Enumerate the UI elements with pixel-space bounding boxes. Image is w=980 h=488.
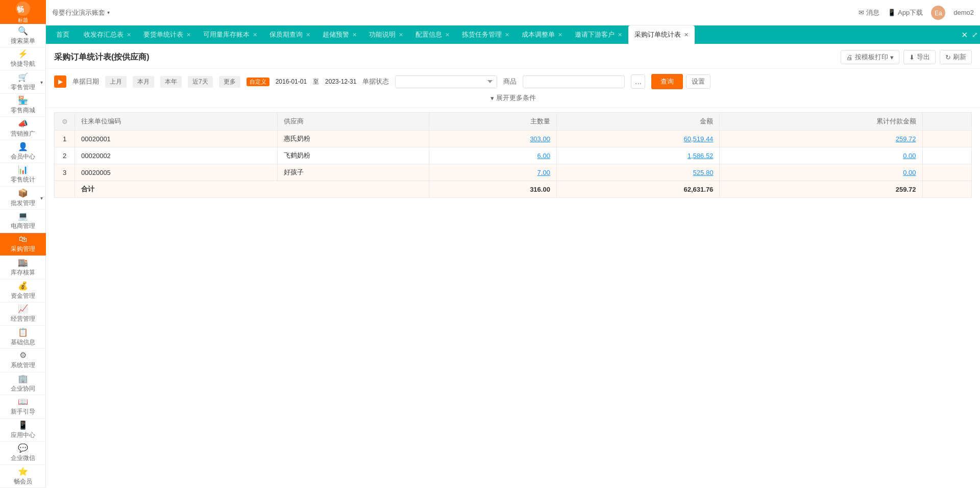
column-setting-icon[interactable]: ⚙ — [62, 118, 68, 125]
topbar-app-btn[interactable]: 📱 App下载 — [888, 8, 923, 17]
cell-qty[interactable]: 6.00 — [429, 147, 557, 164]
tab-close-icon[interactable]: ✕ — [186, 32, 191, 38]
sidebar-item-wechat[interactable]: 💬 企业微信 — [0, 442, 46, 465]
cell-qty[interactable]: 303.00 — [429, 131, 557, 147]
tab-close-icon[interactable]: ✕ — [558, 32, 562, 38]
tabbar-expand-btn[interactable]: ⤢ — [972, 31, 978, 39]
sidebar-item-retail-mall[interactable]: 🏪 零售商城 — [0, 94, 46, 117]
tab-close-icon[interactable]: ✕ — [618, 32, 622, 38]
date-more-btn[interactable]: 更多 — [219, 76, 240, 88]
topbar-message-btn[interactable]: ✉ 消息 — [859, 8, 879, 17]
topbar-app-label: App下载 — [898, 8, 923, 17]
sidebar-item-label: 零售统计 — [11, 175, 35, 184]
table-row[interactable]: 1 00020001 惠氏奶粉 303.00 60,519.44 259.72 — [55, 131, 972, 147]
tab-cost-adjust[interactable]: 成本调整单 ✕ — [516, 25, 569, 44]
sidebar-item-newguide[interactable]: 📖 新手引导 — [0, 395, 46, 418]
cell-amount[interactable]: 525.80 — [556, 164, 719, 181]
date-7days-btn[interactable]: 近7天 — [188, 76, 213, 88]
sidebar-item-appcenter[interactable]: 📱 应用中心 — [0, 419, 46, 442]
tab-close-icon[interactable]: ✕ — [127, 32, 131, 38]
sidebar-item-vip[interactable]: ⭐ 畅会员 — [0, 465, 46, 488]
tab-close-icon[interactable]: ✕ — [399, 32, 403, 38]
enterprise-icon: 🏢 — [18, 374, 28, 383]
date-range-sep: 至 — [313, 78, 319, 86]
tab-close-icon[interactable]: ✕ — [306, 32, 310, 38]
sidebar-item-basic[interactable]: 📋 基础信息 — [0, 326, 46, 349]
table-row[interactable]: 3 00020005 好孩子 7.00 525.80 0.00 — [55, 164, 972, 181]
status-filter-label: 单据状态 — [362, 77, 389, 86]
col-qty: 主数量 — [429, 113, 557, 131]
tab-home[interactable]: 首页 — [48, 25, 78, 44]
avatar[interactable]: Ea — [931, 6, 945, 20]
table-row[interactable]: 2 00020002 飞鹤奶粉 6.00 1,586.52 0.00 — [55, 147, 972, 164]
sidebar-item-ecommerce[interactable]: 💻 电商管理 — [0, 210, 46, 233]
sidebar-item-enterprise[interactable]: 🏢 企业协同 — [0, 372, 46, 395]
goods-more-btn[interactable]: … — [631, 74, 645, 89]
topbar-title[interactable]: 母婴行业演示账套 ▾ — [52, 8, 110, 17]
tab-close-icon[interactable]: ✕ — [352, 32, 357, 38]
tab-expiry-query[interactable]: 保质期查询 ✕ — [263, 25, 316, 44]
nav-icon: ⚡ — [18, 49, 28, 59]
search-btn[interactable]: 查询 — [651, 74, 683, 89]
filter-toggle-btn[interactable]: ▶ — [54, 75, 66, 88]
sidebar-item-member[interactable]: 👤 会员中心 — [0, 140, 46, 163]
tab-receive-send[interactable]: 收发存汇总表 ✕ — [78, 25, 137, 44]
tab-label: 拣货任务管理 — [462, 30, 502, 39]
sidebar-item-inventory[interactable]: 🏬 库存核算 — [0, 256, 46, 279]
tab-close-icon[interactable]: ✕ — [253, 32, 257, 38]
sidebar-nav-item[interactable]: ⚡ 快捷导航 — [0, 47, 46, 70]
cell-paid[interactable]: 0.00 — [720, 164, 922, 181]
print-label: 按模板打印 — [855, 53, 888, 62]
print-dropdown-icon: ▾ — [890, 54, 894, 61]
goods-filter-label: 商品 — [503, 77, 517, 86]
print-btn[interactable]: 🖨 按模板打印 ▾ — [841, 50, 899, 64]
sidebar-item-finance[interactable]: 💰 资金管理 — [0, 279, 46, 302]
sidebar-logo[interactable]: 畅 标题 — [0, 0, 46, 24]
topbar-username[interactable]: demo2 — [953, 9, 974, 16]
cell-extra — [922, 147, 971, 164]
svg-text:Ea: Ea — [935, 10, 942, 17]
sidebar-item-retail-stats[interactable]: 📊 零售统计 — [0, 163, 46, 186]
filter-area: ▶ 单据日期 上月 本月 本年 近7天 更多 自定义 2016-01-01 至 … — [46, 69, 980, 108]
tab-invite-customer[interactable]: 邀请下游客户 ✕ — [569, 25, 628, 44]
expand-more-btn[interactable]: ▾ 展开更多条件 — [54, 93, 972, 102]
col-setting[interactable]: ⚙ — [55, 113, 75, 131]
tab-available-inventory[interactable]: 可用量库存账本 ✕ — [197, 25, 263, 44]
date-this-month-btn[interactable]: 本月 — [133, 76, 154, 88]
goods-input[interactable] — [523, 75, 625, 88]
sidebar-search-item[interactable]: 🔍 搜索菜单 — [0, 24, 46, 47]
sidebar-item-wholesale[interactable]: 📦 批发管理 — [0, 187, 46, 210]
tab-close-icon[interactable]: ✕ — [505, 32, 509, 38]
footer-amount: 62,631.76 — [556, 181, 719, 198]
sidebar-item-purchase[interactable]: 🛍 采购管理 — [0, 233, 46, 256]
sidebar-item-marketing[interactable]: 📣 营销推广 — [0, 117, 46, 140]
footer-empty-2 — [922, 181, 971, 198]
tab-overstock[interactable]: 超储预警 ✕ — [316, 25, 363, 44]
tab-pick-task[interactable]: 拣货任务管理 ✕ — [456, 25, 516, 44]
export-btn[interactable]: ⬇ 导出 — [903, 50, 936, 64]
sidebar-item-label: 零售商城 — [11, 106, 35, 115]
refresh-btn[interactable]: ↻ 刷新 — [940, 50, 972, 64]
tab-order-summary[interactable]: 要货单统计表 ✕ — [137, 25, 197, 44]
cell-paid[interactable]: 259.72 — [720, 131, 922, 147]
sidebar-item-operation[interactable]: 📈 经营管理 — [0, 302, 46, 325]
sidebar: 畅 标题 🔍 搜索菜单 ⚡ 快捷导航 🛒 零售管理 🏪 零售商城 📣 营销推广 … — [0, 0, 46, 488]
setting-btn[interactable]: 设置 — [686, 74, 710, 89]
sidebar-item-system[interactable]: ⚙ 系统管理 — [0, 349, 46, 372]
tab-purchase-summary[interactable]: 采购订单统计表 ✕ — [628, 25, 695, 44]
status-select[interactable] — [395, 75, 497, 88]
cell-amount[interactable]: 1,586.52 — [556, 147, 719, 164]
cell-paid[interactable]: 0.00 — [720, 147, 922, 164]
stats-icon: 📊 — [18, 165, 28, 174]
tab-function-desc[interactable]: 功能说明 ✕ — [363, 25, 409, 44]
tab-label: 功能说明 — [369, 30, 396, 39]
tab-config-info[interactable]: 配置信息 ✕ — [409, 25, 456, 44]
date-prev-month-btn[interactable]: 上月 — [105, 76, 127, 88]
sidebar-item-retail[interactable]: 🛒 零售管理 — [0, 70, 46, 93]
cell-amount[interactable]: 60,519.44 — [556, 131, 719, 147]
tabbar-close-all-btn[interactable]: ✕ — [961, 30, 968, 40]
tab-close-icon[interactable]: ✕ — [684, 32, 689, 38]
tab-close-icon[interactable]: ✕ — [445, 32, 450, 38]
date-this-year-btn[interactable]: 本年 — [160, 76, 182, 88]
cell-qty[interactable]: 7.00 — [429, 164, 557, 181]
